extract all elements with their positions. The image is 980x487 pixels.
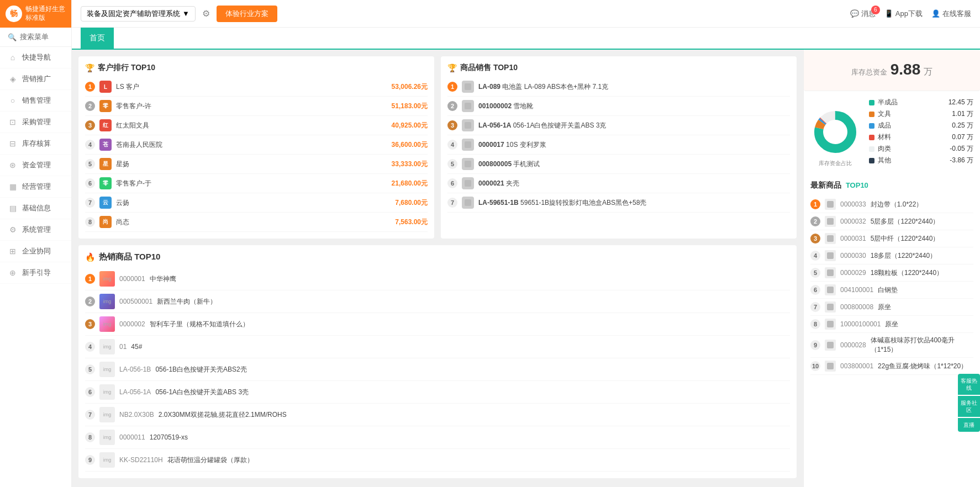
settings-icon[interactable]: ⚙ [202,8,210,19]
customer-avatar: L [99,81,112,93]
product-code: 10000100001 [840,320,881,328]
app-download-button[interactable]: 📱 App下载 [884,9,923,19]
product-code: 003800001 [840,362,873,370]
logo-text: 畅捷通好生意 标准版 [25,5,65,22]
hot-products-title: 🔥 热销商品 TOP10 [85,252,790,262]
new-products-top10: TOP10 [846,181,868,189]
product-rank-item: 2 001000002 雪地靴 [447,97,790,116]
product-name: 0000021 夹壳 [478,179,790,188]
customer-name: 零售客户-许 [116,102,387,111]
product-avatar [462,177,474,189]
rank-number: 8 [810,319,820,329]
product-code: 000500001 [119,298,152,305]
product-image: img [99,452,115,468]
sidebar-item-quick-nav[interactable]: ⌂ 快捷导航 [0,47,71,68]
product-avatar [825,216,836,227]
product-name: LA-089 电池盖 LA-089 ABS本色+黑种 7.1克 [478,82,790,92]
svg-rect-3 [465,141,471,148]
product-name: 白钢垫 [878,285,898,295]
product-code: 0000029 [840,269,866,277]
product-avatar [462,158,474,170]
message-button[interactable]: 💬 消息 6 [850,9,876,19]
sidebar-item-enterprise[interactable]: ⊞ 企业协同 [0,241,71,262]
product-name: 新西兰牛肉（新牛） [157,297,217,306]
customer-rank-list: 1 L LS 客户 53,006.26元 2 零 零售客户-许 51,183.0… [85,77,428,232]
product-name: LA-59651-1B 59651-1B旋转投影灯电池盒ABS黑色+58壳 [478,198,790,208]
product-name: 原坐 [878,303,891,312]
sidebar-item-basic[interactable]: ▤ 基础信息 [0,198,71,219]
customer-name: 苍南县人民医院 [116,140,387,150]
customer-name: 星扬 [116,160,387,169]
legend-value: 0.07 万 [952,133,973,142]
customer-avatar: 零 [99,177,112,189]
svg-rect-5 [465,180,471,187]
search-menu[interactable]: 🔍 搜索菜单 [0,28,71,47]
product-rank-item: 7 LA-59651-1B 59651-1B旋转投影灯电池盒ABS黑色+58壳 [447,193,790,213]
product-name: 智利车子里（规格不知道填什么） [150,320,249,329]
product-rank-item: 6 0000021 夹壳 [447,174,790,193]
new-products-section: 最新商品 TOP10 1 0000033 封边带（1.0*22） 2 00000… [804,174,980,382]
product-name: 18多层（1220*2440） [871,251,936,261]
legend-item: 文具 1.01 万 [869,109,973,119]
message-badge: 6 [871,6,880,14]
legend-dot [869,112,874,117]
product-code: LA-056-1B [119,366,151,373]
sidebar-item-operation[interactable]: ▦ 经营管理 [0,176,71,198]
sidebar-item-marketing[interactable]: ◈ 营销推广 [0,68,71,90]
rank-number: 4 [85,140,95,150]
service-community-button[interactable]: 服务社区 [958,396,980,417]
hot-product-item: 8 img 0000011 12070519-xs [85,426,790,449]
system-name: 装备及固定资产辅助管理系统 [87,9,180,19]
product-image: img [99,384,115,400]
enterprise-icon: ⊞ [8,246,18,256]
new-product-item: 7 000800008 原坐 [810,299,973,316]
product-name: 0000017 10S 变利罗浆 [478,140,790,150]
sidebar-item-purchase[interactable]: ⊡ 采购管理 [0,112,71,133]
finance-icon: ⊛ [8,160,18,170]
purchase-icon: ⊡ [8,117,18,127]
page-tabs: 首页 [72,28,980,50]
customer-name: 云扬 [116,198,391,208]
sidebar-item-finance[interactable]: ⊛ 资金管理 [0,155,71,176]
rank-number: 2 [85,297,95,306]
rank-number: 1 [447,82,457,92]
sidebar-item-system[interactable]: ⚙ 系统管理 [0,219,71,241]
rank-number: 9 [85,455,95,465]
product-image: img [99,271,115,287]
new-product-item: 8 10000100001 原坐 [810,316,973,333]
product-avatar [825,250,836,261]
product-avatar [825,284,836,295]
new-product-item: 5 0000029 18颗粒板（1220*2440） [810,264,973,282]
search-icon: 🔍 [8,33,17,41]
rank-number: 8 [85,432,95,442]
inventory-summary: 库存总资金 9.88 万 [804,50,980,91]
product-rank-item: 5 000800005 手机测试 [447,155,790,174]
customer-name: 零售客户-于 [116,179,387,188]
ranking-row: 🏆 客户排行 TOP10 1 L LS 客户 53,006.26元 2 零 零售… [78,56,797,239]
tab-home[interactable]: 首页 [81,28,114,49]
experience-button[interactable]: 体验行业方案 [217,6,277,22]
customer-rank-item: 1 L LS 客户 53,006.26元 [85,77,428,97]
customer-name: 尚态 [116,218,391,227]
product-name: 原坐 [885,320,898,329]
online-service-button[interactable]: 👤 在线客服 [931,9,971,19]
sidebar-item-sales[interactable]: ○ 销售管理 [0,90,71,112]
rank-number: 5 [447,159,457,169]
live-broadcast-button[interactable]: 直播 [958,418,980,432]
customer-avatar: 尚 [99,216,112,228]
product-avatar [825,233,836,244]
customer-service-button[interactable]: 客服热线 [958,374,980,395]
product-avatar [825,361,836,372]
product-name: 5层多层（1220*2440） [871,217,940,226]
sales-icon: ○ [8,96,18,105]
system-select[interactable]: 装备及固定资产辅助管理系统 ▼ [81,6,196,22]
sidebar-item-inventory[interactable]: ⊟ 库存核算 [0,133,71,155]
legend-dot [869,123,874,129]
customer-rank-item: 6 零 零售客户-于 21,680.00元 [85,174,428,193]
hot-products-list: 1 img 0000001 中华神鹰 2 img 000500001 新西兰牛肉… [85,268,790,472]
guide-icon: ⊕ [8,268,18,278]
svg-rect-14 [827,235,834,242]
sidebar-item-guide[interactable]: ⊕ 新手引导 [0,262,71,284]
legend-dot [869,158,874,163]
customer-name: LS 客户 [116,82,387,92]
